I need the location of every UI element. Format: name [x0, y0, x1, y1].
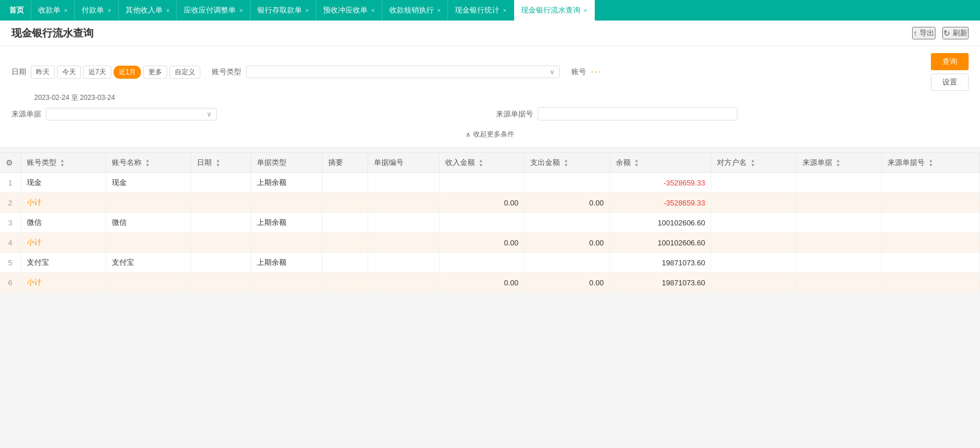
close-icon[interactable]: × — [166, 7, 170, 14]
cell-summary — [322, 233, 368, 253]
close-icon[interactable]: × — [305, 7, 309, 14]
refresh-button[interactable]: ↻ 刷新 — [942, 27, 969, 39]
nav-tab-payment[interactable]: 付款单 × — [75, 0, 118, 21]
source-doc-select[interactable]: ∨ — [46, 108, 217, 120]
col-income[interactable]: 收入金额 ▲▼ — [439, 153, 524, 173]
cell-doc-type: 上期余额 — [251, 173, 322, 193]
col-expense[interactable]: 支出金额 ▲▼ — [525, 153, 610, 173]
date-filter-group: 日期 昨天 今天 近7天 近1月 更多 自定义 — [11, 66, 200, 79]
cell-date — [191, 253, 251, 273]
cell-source-doc — [796, 193, 881, 213]
page-header: 现金银行流水查询 ↑ 导出 ↻ 刷新 — [0, 21, 980, 46]
cell-expense: 0.00 — [525, 193, 610, 213]
cell-income — [439, 253, 524, 273]
table-row: 2 小计 0.00 0.00 -3528659.33 — [0, 193, 980, 213]
cell-doc-type — [251, 273, 322, 293]
date-btn-7days[interactable]: 近7天 — [83, 66, 111, 79]
cell-source-doc — [796, 233, 881, 253]
row-number: 4 — [0, 233, 21, 253]
cell-counterparty — [711, 173, 796, 193]
cell-source-doc — [796, 213, 881, 233]
cell-source-doc-no — [882, 193, 980, 213]
nav-tab-prepay[interactable]: 预收冲应收单 × — [316, 0, 382, 21]
filter-area: 日期 昨天 今天 近7天 近1月 更多 自定义 账号类型 ∨ 账号 ··· — [0, 46, 980, 148]
col-account-name[interactable]: 账号名称 ▲▼ — [106, 153, 191, 173]
cell-source-doc-no — [882, 253, 980, 273]
cell-source-doc — [796, 273, 881, 293]
nav-tab-receipt[interactable]: 收款单 × — [31, 0, 75, 21]
cell-doc-type — [251, 233, 322, 253]
col-balance[interactable]: 余额 ▲▼ — [610, 153, 711, 173]
page-title: 现金银行流水查询 — [11, 26, 94, 40]
close-icon[interactable]: × — [503, 7, 506, 14]
date-range-display: 2023-02-24 至 2023-03-24 — [32, 93, 969, 103]
cell-expense — [525, 253, 610, 273]
nav-tab-ar-ap-adjust[interactable]: 应收应付调整单 × — [177, 0, 250, 21]
date-filter-label: 日期 — [11, 67, 26, 77]
cell-date — [191, 193, 251, 213]
cell-summary — [322, 253, 368, 273]
filter-row-1: 日期 昨天 今天 近7天 近1月 更多 自定义 账号类型 ∨ 账号 ··· — [11, 53, 969, 91]
sort-arrows-source-doc: ▲▼ — [836, 159, 840, 168]
cell-income — [439, 173, 524, 193]
close-icon[interactable]: × — [64, 7, 67, 14]
cell-source-doc — [796, 173, 881, 193]
col-settings[interactable]: ⚙ — [0, 153, 21, 173]
nav-tab-cash-stat[interactable]: 现金银行统计 × — [448, 0, 514, 21]
col-date[interactable]: 日期 ▲▼ — [191, 153, 251, 173]
col-source-doc-no[interactable]: 来源单据号 ▲▼ — [882, 153, 980, 173]
chevron-down-icon: ∨ — [550, 68, 555, 76]
close-icon[interactable]: × — [239, 7, 243, 14]
date-btn-1month[interactable]: 近1月 — [114, 66, 142, 79]
collapse-label: 收起更多条件 — [473, 130, 514, 139]
query-button[interactable]: 查询 — [931, 53, 969, 70]
nav-tab-other-income[interactable]: 其他收入单 × — [119, 0, 177, 21]
cell-doc-no — [368, 233, 439, 253]
cell-account-type: 小计 — [21, 193, 106, 213]
source-doc-label: 来源单据 — [11, 109, 41, 119]
nav-tab-cash-flow[interactable]: 现金银行流水查询 × — [514, 0, 595, 21]
nav-tab-bank-deposit[interactable]: 银行存取款单 × — [251, 0, 316, 21]
export-button[interactable]: ↑ 导出 — [912, 27, 935, 39]
row-number: 1 — [0, 173, 21, 193]
collapse-bar[interactable]: ∧ 收起更多条件 — [11, 126, 969, 140]
cell-account-name: 微信 — [106, 213, 191, 233]
account-dots-button[interactable]: ··· — [591, 67, 602, 77]
cell-counterparty — [711, 253, 796, 273]
account-type-select[interactable]: ∨ — [246, 66, 560, 78]
collapse-icon: ∧ — [466, 131, 471, 139]
date-btn-custom[interactable]: 自定义 — [170, 66, 200, 79]
export-icon: ↑ — [913, 29, 917, 38]
col-counterparty[interactable]: 对方户名 ▲▼ — [711, 153, 796, 173]
table-row: 6 小计 0.00 0.00 19871073.60 — [0, 273, 980, 293]
table-header-row: ⚙ 账号类型 ▲▼ 账号名称 ▲▼ 日期 ▲▼ 单据类型 摘要 单据编号 — [0, 153, 980, 173]
cell-summary — [322, 213, 368, 233]
close-icon[interactable]: × — [107, 7, 111, 14]
sort-arrows-account-name: ▲▼ — [146, 159, 150, 168]
cell-date — [191, 273, 251, 293]
date-btn-yesterday[interactable]: 昨天 — [31, 66, 55, 79]
col-account-type[interactable]: 账号类型 ▲▼ — [21, 153, 106, 173]
col-source-doc[interactable]: 来源单据 ▲▼ — [796, 153, 881, 173]
nav-tab-writeoff[interactable]: 收款核销执行 × — [382, 0, 448, 21]
sort-arrows-account-type: ▲▼ — [60, 159, 64, 168]
data-table: ⚙ 账号类型 ▲▼ 账号名称 ▲▼ 日期 ▲▼ 单据类型 摘要 单据编号 — [0, 152, 980, 293]
sort-arrows-counterparty: ▲▼ — [751, 159, 755, 168]
cell-income: 0.00 — [439, 273, 524, 293]
cell-account-name: 支付宝 — [106, 253, 191, 273]
cell-balance: 100102606.60 — [610, 213, 711, 233]
close-icon[interactable]: × — [371, 7, 374, 14]
close-icon[interactable]: × — [437, 7, 441, 14]
date-btn-more[interactable]: 更多 — [143, 66, 167, 79]
cell-account-type: 支付宝 — [21, 253, 106, 273]
cell-account-name — [106, 193, 191, 213]
source-doc-num-input[interactable] — [538, 107, 737, 120]
nav-tab-home[interactable]: 首页 — [2, 0, 31, 21]
date-btn-today[interactable]: 今天 — [57, 66, 81, 79]
setting-button[interactable]: 设置 — [931, 74, 969, 91]
table-row: 3 微信 微信 上期余额 100102606.60 — [0, 213, 980, 233]
row-number: 2 — [0, 193, 21, 213]
cell-account-name — [106, 273, 191, 293]
close-icon[interactable]: × — [584, 7, 587, 14]
cell-doc-type — [251, 193, 322, 213]
